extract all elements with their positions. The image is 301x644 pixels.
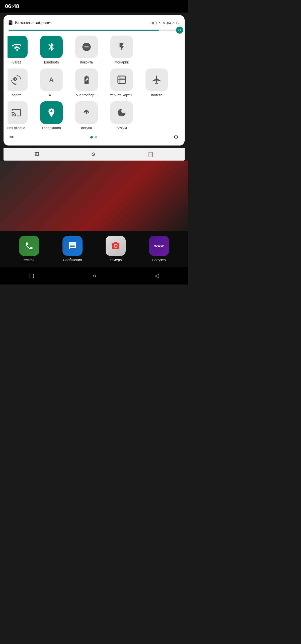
dnd-icon	[75, 36, 98, 58]
app-shortcuts-row: 🖼 ⚙ 📋	[4, 148, 185, 161]
brightness-slider[interactable]	[8, 30, 181, 31]
camera-label: Камера	[110, 258, 122, 262]
phone-label: Телефон	[22, 258, 36, 262]
location-label: Геолокация	[42, 126, 61, 130]
tile-flashlight[interactable]: Фонарик	[105, 36, 138, 64]
nav-recents-button[interactable]: ▢	[29, 272, 34, 279]
browser-icon: www	[149, 236, 169, 256]
hotspot-icon	[75, 101, 98, 124]
vibration-icon: 📳	[8, 20, 13, 26]
auto-icon: A	[40, 68, 63, 91]
dock-browser[interactable]: www Браузер	[149, 236, 169, 262]
vibration-label: Включена вибрация	[15, 21, 52, 25]
flashlight-label: Фонарик	[115, 60, 129, 64]
tile-auto[interactable]: A А...	[35, 68, 68, 97]
flashlight-icon	[110, 36, 133, 58]
top-bar: 📳 Включена вибрация НЕТ SIM-КАРТЫ.	[8, 20, 181, 26]
airplane-label: полета	[151, 93, 163, 97]
location-icon	[40, 101, 63, 124]
tile-hotspot[interactable]: оступа	[70, 101, 103, 130]
airplane-icon	[145, 68, 168, 91]
internet-icon	[110, 68, 133, 91]
dock: Телефон Сообщения Камера www Браузер	[0, 231, 188, 267]
status-bar: 06:48	[0, 0, 188, 13]
tile-dnd[interactable]: покоить	[70, 36, 103, 64]
nav-back-button[interactable]: ◁	[155, 272, 159, 279]
gallery-shortcut[interactable]: 🖼	[34, 152, 39, 157]
tiles-row-3: ция экрана Геолокация оступа	[8, 101, 181, 130]
nav-bar: ▢ ○ ◁	[0, 267, 188, 284]
brightness-thumb	[176, 27, 183, 34]
settings-shortcut[interactable]: ⚙	[91, 151, 96, 157]
quick-settings-panel: 📳 Включена вибрация НЕТ SIM-КАРТЫ. -vare…	[4, 15, 185, 146]
hotspot-label: оступа	[81, 126, 92, 130]
messages-label: Сообщения	[63, 258, 82, 262]
tiles-row-2: ворот A А... энергосбер...	[8, 68, 181, 97]
tile-internet[interactable]: тернет..карты.	[105, 68, 138, 97]
svg-point-4	[86, 112, 88, 114]
camera-icon	[106, 236, 126, 256]
wallpaper	[0, 161, 188, 231]
internet-label: тернет..карты.	[110, 93, 133, 97]
tile-location[interactable]: Геолокация	[35, 101, 68, 130]
dnd-label: покоить	[80, 60, 93, 64]
status-time: 06:48	[5, 3, 19, 10]
tile-bluetooth[interactable]: Bluetooth	[35, 36, 68, 64]
cast-icon	[8, 101, 28, 124]
dock-messages[interactable]: Сообщения	[62, 236, 83, 262]
brightness-track[interactable]	[9, 30, 180, 31]
settings-button[interactable]: ⚙	[174, 134, 179, 140]
wifi-label: -varez	[12, 60, 21, 64]
tile-airplane[interactable]: полета	[140, 68, 173, 97]
cast-label: ция экрана	[8, 126, 25, 130]
edit-button[interactable]: ✏	[10, 134, 14, 140]
tile-rotate[interactable]: ворот	[8, 68, 33, 97]
sim-info: НЕТ SIM-КАРТЫ.	[150, 21, 181, 25]
tile-cast[interactable]: ция экрана	[8, 101, 33, 130]
page-dots	[90, 136, 97, 138]
clipboard-shortcut[interactable]: 📋	[147, 151, 154, 157]
dock-camera[interactable]: Камера	[106, 236, 126, 262]
tile-wifi[interactable]: -varez	[8, 36, 33, 64]
svg-point-5	[114, 245, 117, 247]
battery-saver-icon	[75, 68, 98, 91]
rotate-label: ворот	[12, 93, 21, 97]
bluetooth-label: Bluetooth	[44, 60, 59, 64]
dot-1[interactable]	[90, 136, 93, 138]
dock-phone[interactable]: Телефон	[19, 236, 39, 262]
night-icon	[110, 101, 133, 124]
nav-home-button[interactable]: ○	[93, 272, 96, 279]
panel-bottom: ✏ ⚙	[8, 134, 181, 140]
bluetooth-icon	[40, 36, 63, 58]
tile-battery-saver[interactable]: энергосбер...	[70, 68, 103, 97]
tile-night[interactable]: режим	[105, 101, 138, 130]
battery-saver-label: энергосбер...	[76, 93, 97, 97]
messages-icon	[62, 236, 83, 256]
dot-2[interactable]	[95, 136, 97, 138]
vibration-info: 📳 Включена вибрация	[8, 20, 52, 26]
phone-icon	[19, 236, 39, 256]
brightness-fill	[9, 30, 159, 31]
auto-label: А...	[49, 93, 54, 97]
night-label: режим	[116, 126, 127, 130]
wifi-icon	[8, 36, 28, 58]
rotate-icon	[8, 68, 28, 91]
tiles-row-1: -varez Bluetooth покоить	[8, 36, 181, 64]
browser-label: Браузер	[152, 258, 166, 262]
